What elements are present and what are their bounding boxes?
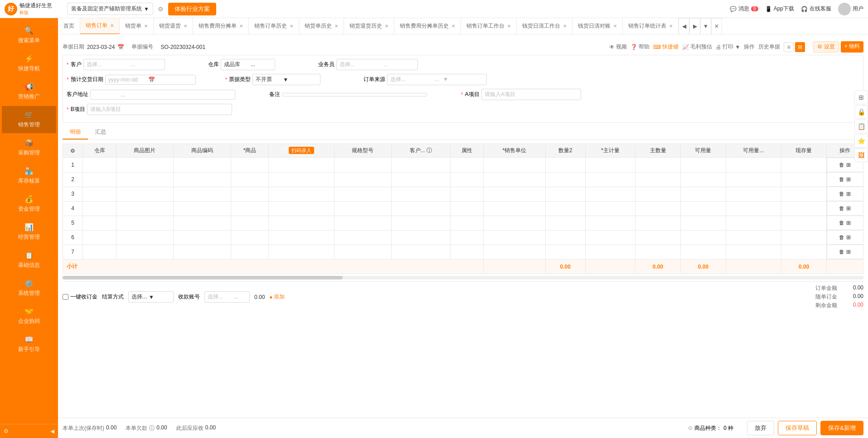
view-btn[interactable]: 👁 视频 [609,43,627,51]
sidebar-item-inventory[interactable]: 🏪 库存核算 [2,162,56,189]
tab-close-sales-expense[interactable]: ✕ [239,24,243,29]
scrollbar-thumb[interactable] [63,276,343,279]
user-menu[interactable]: 用户 [838,3,863,15]
message-button[interactable]: 💬 消息 9 [730,5,758,13]
tab-sales-return-history[interactable]: 销货退货历史 ✕ [344,18,394,34]
row-delete-icon[interactable]: 🗑 [839,220,844,226]
tab-close-expense-history[interactable]: ✕ [451,24,455,29]
tab-sales-order[interactable]: 销售订单 ✕ [80,18,120,34]
tab-sales-expense[interactable]: 销售费用分摊单 ✕ [193,18,249,34]
tab-close-bill-history[interactable]: ✕ [335,24,338,29]
row-delete-icon[interactable]: 🗑 [839,191,844,197]
add-payment-btn[interactable]: ● 添加 [269,293,284,301]
sidebar-item-quick-nav[interactable]: ⚡ 快捷导航 [2,50,56,77]
app-download-button[interactable]: 📱 App下载 [765,5,794,13]
invoice-select[interactable]: 不开票 ▼ [252,74,320,85]
sidebar-item-search[interactable]: 🔍 搜索菜单 [2,22,56,49]
settings-button[interactable]: ⚙ 设置 [813,41,839,53]
account-input[interactable]: 选择... ... [204,291,250,303]
tab-sales-bill-history[interactable]: 销货单历史 ✕ [299,18,344,34]
sidebar-item-sales[interactable]: 🛒 销售管理 [2,106,56,133]
tab-cash-reconcile[interactable]: 钱货日清对账 ✕ [572,18,623,34]
print-btn[interactable]: 🖨 打印 ▼ [716,43,740,51]
side-panel-btn-3[interactable]: 📋 [854,120,868,133]
sidebar-item-purchase[interactable]: 📦 采购管理 [2,134,56,161]
project-a-input[interactable]: 请输入A项目 [481,89,581,100]
operation-btn[interactable]: 操作 [744,43,755,51]
col-scan[interactable]: 扫码录入 [269,144,334,158]
tab-close-cash-reconcile[interactable]: ✕ [613,24,617,29]
tab-close-stats[interactable]: ✕ [669,24,673,29]
grid-view-btn[interactable]: ⊞ [795,42,805,52]
calendar-icon[interactable]: 📅 [117,44,124,50]
tab-sales-stats[interactable]: 销售订单统计表 ✕ [623,18,679,34]
tab-close-return-history[interactable]: ✕ [385,24,388,29]
tab-close-workbench[interactable]: ✕ [507,24,511,29]
tab-close-cash-workbench[interactable]: ✕ [563,24,567,29]
solution-button[interactable]: 体验行业方案 [168,3,216,15]
save-draft-button[interactable]: 保存草稿 [778,421,817,435]
sidebar-item-finance[interactable]: 💰 资金管理 [2,190,56,217]
info-icon[interactable]: ⓘ [149,424,155,432]
tab-close-history[interactable]: ✕ [290,24,293,29]
tab-close-sales-bill[interactable]: ✕ [144,24,148,29]
side-panel-btn-1[interactable]: ⊞ [854,91,868,104]
row-copy-icon[interactable]: ⊞ [846,191,851,197]
sidebar-item-enterprise[interactable]: 🤝 企业协同 [2,303,56,330]
tab-summary[interactable]: 汇总 [88,125,113,140]
order-source-dropdown[interactable]: ▼ [443,76,448,82]
sidebar-settings-icon[interactable]: ⚙ [4,428,9,434]
tab-sales-workbench[interactable]: 销售订单工作台 ✕ [461,18,517,34]
tab-next-btn[interactable]: ▶ [689,18,700,34]
row-delete-icon[interactable]: 🗑 [839,162,844,168]
settings-icon[interactable]: ⚙ [158,5,164,13]
sidebar-item-system[interactable]: ⚙️ 系统管理 [2,274,56,302]
row-copy-icon[interactable]: ⊞ [846,205,851,212]
col-settings[interactable]: ⚙ [63,144,83,158]
add-product-button[interactable]: + 物料 [841,41,863,53]
tab-close-all-btn[interactable]: ✕ [711,18,722,34]
row-copy-icon[interactable]: ⊞ [846,249,851,255]
sidebar-item-basic[interactable]: 📋 基础信息 [2,246,56,274]
row-delete-icon[interactable]: 🗑 [839,249,844,255]
row-copy-icon[interactable]: ⊞ [846,234,851,241]
shortcut-btn[interactable]: ⌨ 快捷键 [653,43,679,51]
tab-home[interactable]: 首页 [58,18,80,34]
tab-sales-bill[interactable]: 销货单 ✕ [120,18,154,34]
print-dropdown-icon[interactable]: ▼ [735,44,740,50]
list-view-btn[interactable]: ≡ [784,42,794,52]
system-selector[interactable]: 装备及固定资产辅助管理系统 ▼ [67,3,153,15]
sidebar-item-operations[interactable]: 📊 经营管理 [2,218,56,245]
one-click-payment-checkbox[interactable]: 一键收订金 [63,293,97,301]
help-btn[interactable]: ❓ 帮助 [630,43,650,51]
side-panel-btn-2[interactable]: 🔒 [854,105,868,119]
staff-input[interactable]: 选择... ... [336,59,418,70]
customer-input[interactable]: 选择... ... [83,59,165,70]
history-btn[interactable]: 历史单据 [758,43,780,51]
profit-btn[interactable]: 📈 毛利预估 [682,43,712,51]
row-copy-icon[interactable]: ⊞ [846,220,851,226]
product-count-icon[interactable]: ⊙ [688,425,693,431]
delivery-input[interactable]: yyyy-mm-dd 📅 [105,75,196,85]
table-scrollbar[interactable] [63,276,863,279]
row-copy-icon[interactable]: ⊞ [846,162,851,168]
tab-detail[interactable]: 明细 [63,125,88,140]
tab-list-btn[interactable]: ▼ [700,18,711,34]
sidebar-collapse-icon[interactable]: ◀ [50,428,54,434]
payment-method-select[interactable]: 选择... ▼ [128,291,174,303]
row-copy-icon[interactable]: ⊞ [846,176,851,183]
tab-sales-expense-history[interactable]: 销售费用分摊单历史 ✕ [394,18,461,34]
sidebar-item-marketing[interactable]: 📢 营销推广 [2,78,56,105]
tab-close-sales-order[interactable]: ✕ [110,23,114,28]
save-new-button[interactable]: 保存&新增 [820,421,863,435]
address-input[interactable]: ... [90,90,235,100]
discard-button[interactable]: 放弃 [747,421,774,435]
note-input[interactable] [282,93,427,96]
side-panel-btn-4[interactable]: ⭐ [854,134,868,148]
tab-sales-order-history[interactable]: 销售订单历史 ✕ [249,18,299,34]
order-source-input[interactable]: 选择... ... ▼ [387,74,487,85]
side-panel-btn-5[interactable]: 🖼 [854,149,868,162]
tab-sales-return[interactable]: 销货退货 ✕ [154,18,193,34]
warehouse-input[interactable]: 成品库 ... [221,59,275,70]
row-delete-icon[interactable]: 🗑 [839,176,844,183]
